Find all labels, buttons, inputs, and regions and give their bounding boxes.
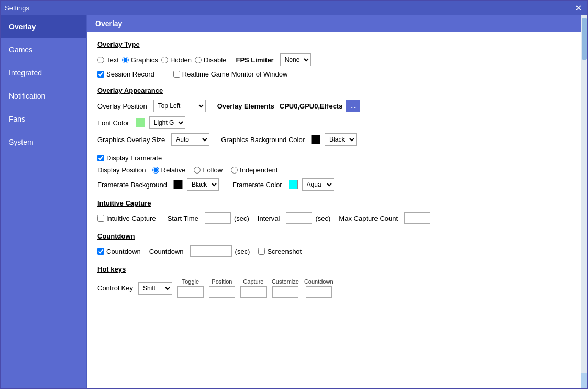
position-hotkey-group: Position F8 xyxy=(209,278,235,298)
intuitive-capture-section: Intuitive Capture Intuitive Capture Star… xyxy=(97,199,571,224)
intuitive-capture-checkbox[interactable] xyxy=(97,215,104,222)
hot-keys-section: Hot keys Control Key Shift Ctrl Alt Togg… xyxy=(97,265,571,298)
screenshot-label[interactable]: Screenshot xyxy=(258,247,302,255)
sidebar-item-fans[interactable]: Fans xyxy=(1,107,86,131)
overlay-type-title: Overlay Type xyxy=(97,40,571,48)
content-area: Overlay Overlay Type Text Graphics xyxy=(87,15,581,388)
font-color-swatch xyxy=(136,118,145,127)
hot-keys-title: Hot keys xyxy=(97,265,571,273)
graphics-overlay-size-label: Graphics Overlay Size xyxy=(97,136,165,144)
framerate-bg-select[interactable]: Black White Gray xyxy=(187,178,219,191)
max-capture-label: Max Capture Count xyxy=(339,214,398,222)
radio-independent[interactable] xyxy=(231,167,238,174)
countdown-checkbox[interactable] xyxy=(97,248,104,255)
sidebar-item-games[interactable]: Games xyxy=(1,38,86,61)
radio-independent-text: Independent xyxy=(240,166,278,174)
font-color-label: Font Color xyxy=(97,119,129,127)
radio-disable-label-text: Disable xyxy=(204,56,226,64)
graphics-overlay-size-select[interactable]: Auto Small Medium Large xyxy=(171,133,209,146)
scrollbar[interactable] xyxy=(581,15,587,388)
elements-button[interactable]: ... xyxy=(346,100,360,112)
radio-text[interactable] xyxy=(97,57,104,63)
realtime-monitor-text: Realtime Game Monitor of Window xyxy=(182,70,288,78)
customize-hotkey-label: Customize xyxy=(272,278,299,285)
session-record-row: Session Record Realtime Game Monitor of … xyxy=(97,70,571,78)
customize-hotkey-input[interactable]: F5 xyxy=(272,286,298,298)
intuitive-capture-label[interactable]: Intuitive Capture xyxy=(97,214,156,222)
framerate-bg-label: Framerate Background xyxy=(97,181,167,189)
radio-text-label[interactable]: Text xyxy=(97,56,119,64)
graphics-bg-color-select[interactable]: Black White Gray xyxy=(325,133,357,146)
position-hotkey-label: Position xyxy=(212,278,232,285)
framerate-color-select[interactable]: Aqua White Black Red xyxy=(302,178,334,191)
framerate-color-swatch xyxy=(289,180,298,189)
overlay-position-row: Overlay Position Top Left Top Right Bott… xyxy=(97,100,571,112)
position-hotkey-input[interactable]: F8 xyxy=(209,286,235,298)
sidebar-item-notification[interactable]: Notification xyxy=(1,84,86,107)
countdown-checkbox-label[interactable]: Countdown xyxy=(97,247,141,255)
display-framerate-checkbox[interactable] xyxy=(97,155,104,161)
countdown-section: Countdown Countdown Countdown 1, 3, 5, 7… xyxy=(97,232,571,257)
font-color-row: Font Color Light G White Black Red Blue xyxy=(97,116,571,129)
countdown-checkbox-text: Countdown xyxy=(106,247,141,255)
intuitive-capture-title: Intuitive Capture xyxy=(97,199,571,207)
content-body: Overlay Type Text Graphics Hidden xyxy=(87,32,581,388)
interval-unit: (sec) xyxy=(315,214,330,222)
radio-disable[interactable] xyxy=(195,57,202,63)
graphics-bg-color-swatch xyxy=(311,135,320,144)
intuitive-capture-text: Intuitive Capture xyxy=(106,214,156,222)
toggle-hotkey-input[interactable]: F7 xyxy=(177,286,204,298)
start-time-input[interactable]: 120 xyxy=(205,212,231,224)
realtime-monitor-checkbox[interactable] xyxy=(173,71,180,78)
scrollbar-thumb[interactable] xyxy=(582,18,587,60)
radio-follow-label[interactable]: Follow xyxy=(194,166,223,174)
display-framerate-label[interactable]: Display Framerate xyxy=(97,154,162,162)
overlay-type-row: Text Graphics Hidden Disable xyxy=(97,53,571,66)
countdown-field-label: Countdown xyxy=(149,247,184,255)
hotkeys-row: Control Key Shift Ctrl Alt Toggle F7 xyxy=(97,278,571,298)
countdown-value-input[interactable]: 1, 3, 5, 7 xyxy=(190,245,232,257)
radio-hidden[interactable] xyxy=(161,57,168,63)
sidebar-item-system[interactable]: System xyxy=(1,131,86,154)
display-position-row: Display Position Relative Follow Indepen… xyxy=(97,166,571,174)
screenshot-checkbox[interactable] xyxy=(258,248,265,255)
framerate-color-row: Framerate Background Black White Gray Fr… xyxy=(97,178,571,191)
session-record-label[interactable]: Session Record xyxy=(97,70,154,78)
control-key-select[interactable]: Shift Ctrl Alt xyxy=(138,282,172,295)
overlay-position-label: Overlay Position xyxy=(97,102,147,110)
radio-graphics[interactable] xyxy=(122,57,129,63)
radio-graphics-label[interactable]: Graphics xyxy=(122,56,158,64)
sidebar-item-integrated[interactable]: Integrated xyxy=(1,61,86,84)
sidebar-item-overlay[interactable]: Overlay xyxy=(1,15,86,38)
radio-hidden-label-text: Hidden xyxy=(170,56,192,64)
max-capture-input[interactable]: 12 xyxy=(404,212,430,224)
interval-input[interactable]: 45 xyxy=(286,212,312,224)
countdown-hotkey-label: Countdown xyxy=(304,278,334,285)
overlay-type-section: Overlay Type Text Graphics Hidden xyxy=(97,40,571,78)
interval-label: Interval xyxy=(258,214,280,222)
countdown-hotkey-input[interactable]: F9 xyxy=(306,286,332,298)
overlay-appearance-section: Overlay Appearance Overlay Position Top … xyxy=(97,87,571,146)
scrollbar-bottom xyxy=(581,373,587,388)
radio-relative[interactable] xyxy=(152,167,159,174)
session-record-checkbox[interactable] xyxy=(97,71,104,78)
content-header: Overlay xyxy=(87,15,581,32)
sidebar: Overlay Games Integrated Notification Fa… xyxy=(1,15,87,388)
fps-limiter-select[interactable]: None 30 60 90 120 xyxy=(280,53,311,66)
radio-follow[interactable] xyxy=(194,167,201,174)
radio-disable-label[interactable]: Disable xyxy=(195,56,226,64)
radio-independent-label[interactable]: Independent xyxy=(231,166,278,174)
capture-hotkey-input[interactable]: F4 xyxy=(240,286,267,298)
realtime-monitor-label[interactable]: Realtime Game Monitor of Window xyxy=(173,70,288,78)
start-time-unit: (sec) xyxy=(234,214,249,222)
intuitive-capture-row: Intuitive Capture Start Time 120 (sec) I… xyxy=(97,212,571,224)
close-button[interactable]: ✕ xyxy=(573,3,583,13)
font-color-select[interactable]: Light G White Black Red Blue xyxy=(149,116,185,129)
framerate-bg-swatch xyxy=(173,180,183,189)
radio-graphics-label-text: Graphics xyxy=(131,56,158,64)
radio-hidden-label[interactable]: Hidden xyxy=(161,56,192,64)
radio-relative-label[interactable]: Relative xyxy=(152,166,186,174)
settings-window: Settings ✕ Overlay Games Integrated Noti… xyxy=(0,0,588,389)
overlay-position-select[interactable]: Top Left Top Right Bottom Left Bottom Ri… xyxy=(153,100,206,112)
graphics-overlay-size-row: Graphics Overlay Size Auto Small Medium … xyxy=(97,133,571,146)
